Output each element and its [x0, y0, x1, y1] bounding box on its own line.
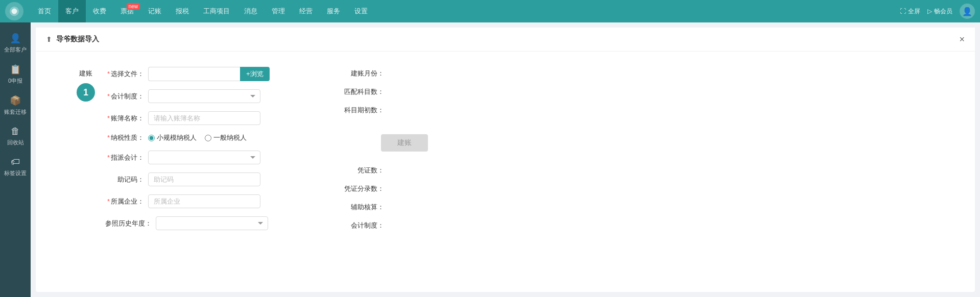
aux-row: 辅助核算：: [338, 203, 471, 212]
build-button[interactable]: 建账: [381, 134, 428, 152]
tax-general-label[interactable]: 一般纳税人: [205, 133, 247, 142]
sidebar-item-recycle[interactable]: 🗑 回收站: [0, 121, 31, 152]
all-customers-icon: 👤: [10, 33, 21, 44]
history-label: 参照历史年度：: [103, 219, 152, 228]
logo[interactable]: [5, 2, 23, 20]
owner-input[interactable]: [148, 194, 260, 208]
month-label: 建账月份：: [338, 69, 384, 78]
page-header: ⬆ 导爷数据导入 ×: [36, 28, 975, 52]
accounting-label: *会计制度：: [103, 92, 144, 101]
tax-small-label[interactable]: 小规模纳税人: [148, 133, 197, 142]
migration-icon: 📦: [10, 95, 21, 106]
browse-button[interactable]: +浏览: [240, 67, 270, 81]
top-navigation: 首页 客户 收费 票据 new 记账 报税 工商项目 消息 管理 经营 服务 设…: [0, 0, 980, 22]
history-select[interactable]: [156, 216, 268, 230]
nav-item-operation[interactable]: 经营: [292, 0, 320, 22]
file-row: *选择文件： +浏览: [103, 67, 307, 81]
nav-items: 首页 客户 收费 票据 new 记账 报税 工商项目 消息 管理 经营 服务 设…: [31, 0, 900, 22]
history-row: 参照历史年度：: [103, 216, 307, 230]
accounting-system-label: 会计制度：: [338, 221, 384, 230]
period-row: 科目期初数：: [338, 106, 471, 115]
file-label: *选择文件：: [103, 69, 144, 79]
tax-small-radio[interactable]: [148, 135, 155, 141]
month-row: 建账月份：: [338, 69, 471, 78]
memo-input[interactable]: [148, 172, 260, 186]
nav-item-tax[interactable]: 报税: [169, 0, 196, 22]
play-icon: ▷: [927, 8, 932, 15]
nav-item-invoice[interactable]: 票据 new: [113, 0, 141, 22]
sidebar-item-zero-report[interactable]: 📋 0申报: [0, 59, 31, 90]
file-input-group: +浏览: [148, 67, 270, 81]
nav-item-message[interactable]: 消息: [237, 0, 265, 22]
avatar-icon: 👤: [962, 7, 972, 16]
user-avatar[interactable]: 👤: [960, 4, 975, 19]
voucher-label: 凭证数：: [338, 166, 384, 175]
assign-label: *指派会计：: [103, 153, 144, 162]
voucher-row: 凭证数：: [338, 166, 471, 175]
build-label: 建账: [79, 69, 92, 78]
nav-item-settings[interactable]: 设置: [347, 0, 375, 22]
accounting-row: *会计制度：: [103, 89, 307, 103]
match-row: 匹配科目数：: [338, 87, 471, 96]
recycle-icon: 🗑: [11, 126, 20, 137]
ledger-row: *账簿名称：: [103, 111, 307, 125]
sidebar-item-all-customers[interactable]: 👤 全部客户: [0, 28, 31, 59]
step-badge: 1: [77, 83, 95, 102]
sidebar-item-tags[interactable]: 🏷 标签设置: [0, 152, 31, 182]
accounting-select[interactable]: [148, 89, 260, 103]
page-title: 导爷数据导入: [56, 35, 99, 44]
aux-label: 辅助核算：: [338, 203, 384, 212]
page-container: ⬆ 导爷数据导入 × 建账 1 *: [36, 28, 975, 292]
nav-item-manage[interactable]: 管理: [265, 0, 292, 22]
assign-row: *指派会计：: [103, 151, 307, 164]
nav-item-fee[interactable]: 收费: [86, 0, 113, 22]
tax-general-radio[interactable]: [205, 135, 211, 141]
tax-radio-group: 小规模纳税人 一般纳税人: [148, 133, 247, 142]
main-content: ⬆ 导爷数据导入 × 建账 1 *: [31, 22, 980, 297]
zero-report-icon: 📋: [10, 64, 21, 75]
assign-select[interactable]: [148, 151, 260, 164]
fullscreen-button[interactable]: ⛶ 全屏: [900, 7, 920, 16]
ledger-input[interactable]: [148, 111, 260, 125]
match-label: 匹配科目数：: [338, 87, 384, 96]
sidebar: 👤 全部客户 📋 0申报 📦 账套迁移 🗑 回收站 🏷 标签设置: [0, 22, 31, 297]
owner-row: *所属企业：: [103, 194, 307, 208]
memo-row: 助记码：: [103, 172, 307, 186]
import-icon: ⬆: [46, 35, 52, 43]
new-badge: new: [127, 3, 140, 10]
close-button[interactable]: ×: [959, 35, 965, 44]
form-fields: *选择文件： +浏览 *会计制度：: [103, 67, 307, 230]
fullscreen-icon: ⛶: [900, 8, 906, 15]
tax-row: *纳税性质： 小规模纳税人 一般纳税人: [103, 133, 307, 142]
tags-icon: 🏷: [11, 157, 20, 167]
tax-label: *纳税性质：: [103, 133, 144, 142]
nav-item-bookkeeping[interactable]: 记账: [141, 0, 169, 22]
ledger-label: *账簿名称：: [103, 114, 144, 123]
vip-button[interactable]: ▷ 畅会员: [927, 7, 952, 16]
nav-item-home[interactable]: 首页: [31, 0, 58, 22]
owner-label: *所属企业：: [103, 197, 144, 206]
memo-label: 助记码：: [103, 175, 144, 184]
voucher-entries-row: 凭证分录数：: [338, 184, 471, 193]
accounting-system-row: 会计制度：: [338, 221, 471, 230]
sidebar-item-migration[interactable]: 📦 账套迁移: [0, 90, 31, 121]
nav-item-business[interactable]: 工商项目: [196, 0, 237, 22]
period-label: 科目期初数：: [338, 106, 384, 115]
nav-item-customer[interactable]: 客户: [58, 0, 86, 22]
nav-right: ⛶ 全屏 ▷ 畅会员 👤: [900, 4, 975, 19]
file-input[interactable]: [148, 67, 240, 81]
voucher-entries-label: 凭证分录数：: [338, 184, 384, 193]
nav-item-service[interactable]: 服务: [320, 0, 347, 22]
